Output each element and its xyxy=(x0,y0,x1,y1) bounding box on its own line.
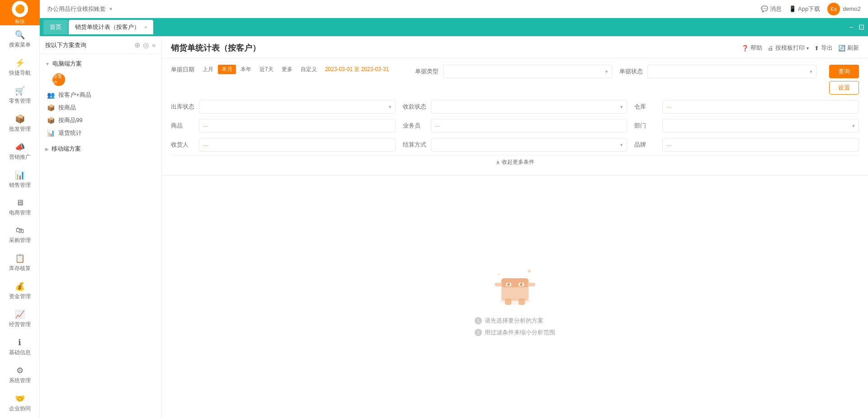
date-last-month-btn[interactable]: 上月 xyxy=(199,65,217,74)
scheme-by-customer-product[interactable]: 👥 按客户+商品 xyxy=(40,89,161,101)
product-dots: ··· xyxy=(203,123,208,129)
hint-text-1: 请先选择要分析的方案 xyxy=(485,317,543,325)
active-scheme-label: 按客户 xyxy=(52,73,65,86)
empty-illustration: ✦ ✦ xyxy=(488,253,542,308)
hint-text-2: 用过滤条件来缩小分析范围 xyxy=(485,328,555,337)
export-icon: ⬆ xyxy=(814,45,819,52)
scheme-label: 按客户+商品 xyxy=(58,91,91,99)
message-icon: 💬 xyxy=(761,5,768,12)
sidebar-item-basic[interactable]: ℹ 基础信息 xyxy=(0,333,39,361)
customer-product-icon: 👥 xyxy=(47,91,55,99)
department-label: 部门 xyxy=(634,122,660,130)
sidebar-item-marketing[interactable]: 📣 营销推广 xyxy=(0,138,39,166)
print-label: 按模板打印 xyxy=(775,44,805,52)
collapse-bar[interactable]: ∧ 收起更多条件 xyxy=(171,156,859,169)
window-minimize-btn[interactable]: － xyxy=(848,23,855,32)
empty-hint-2: 2 用过滤条件来缩小分析范围 xyxy=(475,328,555,337)
add-scheme-btn[interactable]: ⊕ xyxy=(134,41,140,49)
payment-status-select[interactable]: ▾ xyxy=(431,100,627,114)
sidebar-item-label: 系统管理 xyxy=(9,377,31,385)
settlement-chevron: ▾ xyxy=(620,142,623,148)
sidebar-item-ecommerce[interactable]: 🖥 电商管理 xyxy=(0,194,39,221)
salesperson-select[interactable]: ··· xyxy=(431,119,627,133)
sidebar-item-search[interactable]: 🔍 搜索菜单 xyxy=(0,25,39,53)
export-btn[interactable]: ⬆ 导出 xyxy=(814,44,833,52)
out-status-select[interactable]: ▾ xyxy=(199,100,396,114)
retail-icon: 🛒 xyxy=(15,86,25,96)
tab-home[interactable]: 首页 xyxy=(43,20,68,34)
doc-type-select[interactable]: ▾ xyxy=(443,65,612,78)
settlement-select[interactable]: ▾ xyxy=(431,138,627,152)
sidebar-item-label: 基础信息 xyxy=(9,349,31,356)
date-current-month-btn[interactable]: 本月 xyxy=(218,65,236,74)
product-select[interactable]: ··· xyxy=(199,119,396,133)
query-btn[interactable]: 查询 xyxy=(829,65,859,78)
scheme-by-product[interactable]: 📦 按商品 xyxy=(40,101,161,114)
svg-rect-9 xyxy=(505,299,511,305)
sidebar-item-quick[interactable]: ⚡ 快捷导航 xyxy=(0,53,39,81)
desktop-section-label: 电脑端方案 xyxy=(52,60,82,68)
doc-status-select[interactable]: ▾ xyxy=(647,65,816,78)
filter-row-2: 出库状态 ▾ 收款状态 ▾ 仓库 xyxy=(171,100,859,114)
doc-status-filter: 单据状态 ▾ xyxy=(619,65,816,78)
out-status-filter: 出库状态 ▾ xyxy=(171,100,396,114)
sidebar-item-system[interactable]: ⚙ 系统管理 xyxy=(0,361,39,389)
scheme-by-customer[interactable]: 按客户 xyxy=(40,71,161,89)
date-more-btn[interactable]: 更多 xyxy=(278,65,296,74)
receiver-select[interactable]: ··· xyxy=(199,138,396,152)
help-btn[interactable]: ❓ 帮助 xyxy=(741,44,762,52)
user-area[interactable]: Ea demo2 xyxy=(827,3,861,15)
mobile-section-label: 移动端方案 xyxy=(52,145,81,153)
desktop-arrow-icon: ▼ xyxy=(45,62,50,66)
svg-rect-7 xyxy=(495,283,503,286)
brand-filter: 品牌 ··· xyxy=(634,138,859,152)
sidebar-item-enterprise[interactable]: 🤝 企业协同 xyxy=(0,389,39,417)
page-header: 销货单统计表（按客户） ❓ 帮助 🖨 按模板打印 ▾ ⬆ 导出 xyxy=(162,36,868,58)
scheme-return-stats[interactable]: 📊 退货统计 xyxy=(40,127,161,139)
date-custom-btn[interactable]: 自定义 xyxy=(297,65,321,74)
dropdown-icon[interactable]: ▾ xyxy=(109,5,113,12)
sidebar-item-finance[interactable]: 💰 资金管理 xyxy=(0,277,39,305)
help-label: 帮助 xyxy=(750,44,762,52)
active-dot: 按客户 xyxy=(52,73,65,86)
warehouse-select[interactable]: ··· xyxy=(662,100,859,114)
header-right: 💬 消息 📱 App下载 Ea demo2 xyxy=(761,3,861,15)
department-select[interactable]: ▾ xyxy=(662,119,859,133)
sales-icon: 📊 xyxy=(15,170,25,180)
settlement-label: 结算方式 xyxy=(403,141,428,149)
mobile-section-header[interactable]: ▶ 移动端方案 xyxy=(40,142,161,156)
print-btn[interactable]: 🖨 按模板打印 ▾ xyxy=(768,44,809,52)
tab-close-btn[interactable]: × xyxy=(144,24,147,30)
receiver-filter: 收货人 ··· xyxy=(171,138,396,152)
window-maximize-btn[interactable]: ⊡ xyxy=(859,23,864,32)
collapse-panel-btn[interactable]: « xyxy=(152,41,156,49)
sidebar-item-label: 经营管理 xyxy=(9,321,31,328)
receiver-label: 收货人 xyxy=(171,141,196,149)
svg-text:✦: ✦ xyxy=(497,272,500,277)
settings-btn[interactable]: 设置 xyxy=(829,81,859,95)
desktop-section-header[interactable]: ▼ 电脑端方案 xyxy=(40,57,161,71)
sidebar-item-label: 企业协同 xyxy=(9,405,31,413)
app-download-btn[interactable]: 📱 App下载 xyxy=(789,5,820,13)
message-btn[interactable]: 💬 消息 xyxy=(761,5,782,13)
content-area: 按以下方案查询 ⊕ ◎ « ▼ 电脑端方案 按客户 xyxy=(40,36,868,418)
edit-scheme-btn[interactable]: ◎ xyxy=(143,41,149,49)
sidebar-item-retail[interactable]: 🛒 零售管理 xyxy=(0,81,39,109)
logo-icon: 🟠 xyxy=(12,1,28,17)
page-title: 销货单统计表（按客户） xyxy=(171,43,260,53)
sidebar-item-wholesale[interactable]: 📦 批发管理 xyxy=(0,109,39,138)
print-chevron: ▾ xyxy=(807,46,809,51)
wholesale-icon: 📦 xyxy=(15,114,25,124)
left-panel-title: 按以下方案查询 xyxy=(45,41,86,49)
sidebar-item-operations[interactable]: 📈 经营管理 xyxy=(0,305,39,333)
left-panel: 按以下方案查询 ⊕ ◎ « ▼ 电脑端方案 按客户 xyxy=(40,36,162,418)
tab-active[interactable]: 销货单统计表（按客户） × xyxy=(69,20,153,34)
date-current-year-btn[interactable]: 本年 xyxy=(237,65,255,74)
date-7days-btn[interactable]: 近7天 xyxy=(256,65,277,74)
sidebar-item-inventory[interactable]: 📋 库存核算 xyxy=(0,249,39,277)
refresh-btn[interactable]: 🔄 刷新 xyxy=(838,44,859,52)
scheme-by-product-99[interactable]: 📦 按商品99 xyxy=(40,114,161,127)
sidebar-item-sales[interactable]: 📊 销售管理 xyxy=(0,166,39,194)
brand-select[interactable]: ··· xyxy=(662,138,859,152)
sidebar-item-purchase[interactable]: 🛍 采购管理 xyxy=(0,221,39,249)
